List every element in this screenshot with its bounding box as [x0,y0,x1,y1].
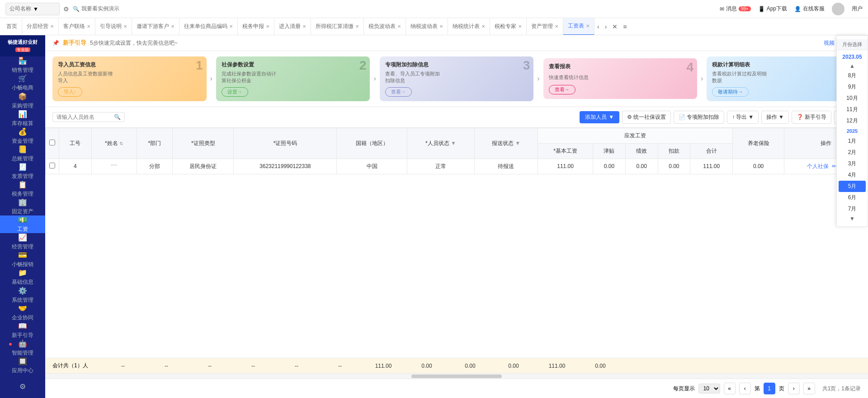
tab-clearance[interactable]: 进入清册✕ [274,18,311,35]
month-scroll-up-btn[interactable]: ▲ [837,62,868,70]
special-deduction-btn[interactable]: 📄 专项附加扣除 [674,111,724,124]
tab-tax-expert[interactable]: 税检专家✕ [490,18,527,35]
first-page-btn[interactable]: « [724,383,736,394]
prev-page-btn[interactable]: ‹ [739,383,751,394]
unified-settings-btn[interactable]: ⚙ 统一社保设置 [622,111,671,124]
tab-close-all-btn[interactable]: ✕ [609,23,620,30]
sidebar-item-fixedasset[interactable]: 🏢 固定资产 [0,198,45,215]
sidebar-item-smart[interactable]: 🤖 智能管理 [0,339,45,357]
horizontal-scrollbar[interactable] [45,373,868,379]
tab-tier[interactable]: 分层经营✕ [22,18,59,35]
month-scroll-down-btn[interactable]: ▼ [837,215,868,223]
sidebar-item-ledger[interactable]: 📒 总账管理 [0,145,45,163]
close-guide-btn[interactable]: ✕ [123,24,127,29]
month-item-4[interactable]: 4月 [837,169,868,181]
close-asset-btn[interactable]: ✕ [555,24,558,29]
close-tax-report-btn[interactable]: ✕ [266,24,269,29]
sidebar-item-system[interactable]: ⚙️ 系统管理 [0,286,45,304]
personal-social-security-link[interactable]: 个人社保 [807,163,829,169]
month-item-12[interactable]: 12月 [837,115,868,126]
sidebar-item-operation[interactable]: 📈 经营管理 [0,233,45,251]
guide-btn[interactable]: ❓ 新手引导 [792,111,831,124]
sidebar-item-finance[interactable]: 💰 资金管理 [0,127,45,145]
month-item-2[interactable]: 2月 [837,147,868,158]
step-1-btn[interactable]: 导入↑ [58,87,82,97]
month-item-9[interactable]: 9月 [837,81,868,93]
step-4-btn[interactable]: 查看→ [549,85,576,94]
tab-guide[interactable]: 引导说明✕ [95,18,132,35]
sidebar-item-basic[interactable]: 📁 基础信息 [0,268,45,286]
month-item-1[interactable]: 1月 [837,136,868,147]
sidebar-item-salary[interactable]: 💵 工资 [0,215,45,233]
month-item-6[interactable]: 6月 [837,192,868,203]
operation-btn[interactable]: 操作 ▼ [761,111,789,124]
scroll-thumb[interactable] [411,375,502,378]
sidebar-item-inventory[interactable]: 📊 库存核算 [0,110,45,127]
tab-tax-report[interactable]: 税务申报✕ [238,18,274,35]
month-item-7[interactable]: 7月 [837,203,868,215]
close-client-btn[interactable]: ✕ [87,24,90,29]
sidebar-item-appcenter[interactable]: 🔲 应用中心 [0,357,45,375]
select-all-checkbox[interactable] [49,140,55,145]
last-page-btn[interactable]: » [803,383,815,394]
sidebar-item-tax[interactable]: 📋 税务管理 [0,180,45,198]
month-item-8[interactable]: 8月 [837,70,868,81]
close-clearance-btn[interactable]: ✕ [302,24,306,29]
month-picker-year[interactable]: 2023.05 [837,52,868,62]
step-5-btn[interactable]: 敬请期待→ [712,87,749,97]
close-invite-btn[interactable]: ✕ [171,24,175,29]
export-btn[interactable]: ↑ 导出 ▼ [727,111,759,124]
close-tax-stats-btn[interactable]: ✕ [481,24,485,29]
search-icon[interactable]: 🔍 [114,114,121,120]
add-employee-dropdown-icon[interactable]: ▼ [609,114,614,120]
online-service-btn[interactable]: 👤 在线客服 [794,5,825,13]
close-income-tax-btn[interactable]: ✕ [355,24,359,29]
sidebar-item-ecommerce[interactable]: 🛒 小畅电商 [0,74,45,92]
step-3-btn[interactable]: 查看→ [385,87,412,97]
export-dropdown-icon[interactable]: ▼ [748,114,754,120]
app-download-btn[interactable]: 📱 App下载 [758,5,787,13]
tab-list-btn[interactable]: ≡ [620,23,629,30]
tab-invite[interactable]: 邀请下游客户✕ [132,18,179,35]
user-avatar[interactable] [832,3,844,15]
close-product-code-btn[interactable]: ✕ [229,24,233,29]
close-salary-btn[interactable]: ✕ [586,23,590,28]
employee-search-wrapper[interactable]: 🔍 [52,112,125,122]
next-page-btn[interactable]: › [788,383,800,394]
tab-tax-stats[interactable]: 纳税统计表✕ [448,18,490,35]
tab-income-tax[interactable]: 所得税汇算清缴✕ [311,18,364,35]
operation-dropdown-icon[interactable]: ▼ [778,114,784,120]
sidebar-item-invoice[interactable]: 🧾 发票管理 [0,163,45,180]
tab-home[interactable]: 首页 [2,18,22,35]
month-item-10[interactable]: 10月 [837,93,868,104]
edit-icon[interactable]: ✏ [832,163,836,169]
tab-product-code[interactable]: 往来单位商品编码✕ [179,18,238,35]
per-page-select[interactable]: 10 20 50 [698,384,720,393]
row-checkbox[interactable] [49,163,55,169]
close-tier-btn[interactable]: ✕ [50,24,54,29]
demo-search[interactable]: 🔍 我要看实例演示 [73,5,119,13]
sidebar-item-sales[interactable]: 🏪 销售管理 [0,56,45,74]
add-employee-btn[interactable]: 添加人员 ▼ [580,111,619,123]
sidebar-item-settings[interactable]: ⚙ [0,375,45,398]
month-item-5[interactable]: 5月 [839,181,866,192]
month-item-3[interactable]: 3月 [837,158,868,169]
step-2-btn[interactable]: 设置→ [222,87,248,97]
tab-next-btn[interactable]: › [602,23,610,30]
sidebar-item-purchase[interactable]: 📦 采购管理 [0,92,45,109]
tab-tax-burden[interactable]: 税负波动表✕ [364,18,406,35]
close-tax-burden-btn[interactable]: ✕ [397,24,401,29]
month-item-11[interactable]: 11月 [837,104,868,115]
sidebar-item-guide[interactable]: 📖 新手引导 [0,322,45,339]
sidebar-item-report[interactable]: 💳 小畅报销 [0,251,45,268]
settings-icon[interactable]: ⚙ [63,5,69,13]
tab-client[interactable]: 客户联络✕ [59,18,95,35]
tab-prev-btn[interactable]: ‹ [594,23,602,30]
message-btn[interactable]: ✉ 消息 99+ [720,5,751,13]
close-tax-expert-btn[interactable]: ✕ [518,24,522,29]
close-tax-wave-btn[interactable]: ✕ [439,24,443,29]
tab-tax-wave[interactable]: 纳税波动表✕ [406,18,448,35]
tab-asset[interactable]: 资产管理✕ [527,18,563,35]
tab-salary[interactable]: 工资表✕ [563,18,594,35]
sidebar-item-coop[interactable]: 🤝 企业协同 [0,304,45,322]
